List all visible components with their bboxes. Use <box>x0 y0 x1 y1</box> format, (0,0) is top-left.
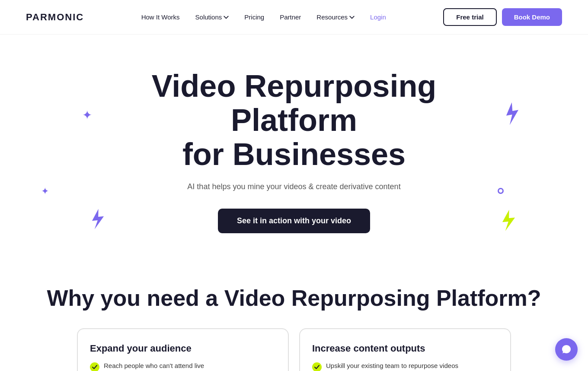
hero-title: Video Repurposing Platform for Businesse… <box>99 69 489 172</box>
nav-item-partner[interactable]: Partner <box>280 13 301 21</box>
lightning-decoration-bottom-left <box>90 207 107 234</box>
chat-widget-button[interactable] <box>555 338 578 361</box>
free-trial-button[interactable]: Free trial <box>443 8 496 26</box>
nav-item-login[interactable]: Login <box>370 13 386 21</box>
chevron-down-icon <box>224 15 229 20</box>
nav-actions: Free trial Book Demo <box>443 8 562 26</box>
hero-section: ✦ ✦ Video Repurposing Platform for Busin… <box>0 35 588 259</box>
lightning-decoration-top-right <box>502 100 524 130</box>
why-section: Why you need a Video Repurposing Platfor… <box>0 259 588 371</box>
card-title-increase: Increase content outputs <box>312 343 498 354</box>
nav-item-how-it-works[interactable]: How It Works <box>141 13 180 21</box>
book-demo-button[interactable]: Book Demo <box>502 8 562 26</box>
cards-container: Expand your audience Reach people who ca… <box>26 328 562 371</box>
hero-cta-button[interactable]: See it in action with your video <box>218 209 370 233</box>
chevron-down-icon-resources <box>349 15 355 20</box>
card-expand-audience: Expand your audience Reach people who ca… <box>77 328 289 371</box>
star-decoration-top-left: ✦ <box>82 108 92 122</box>
card-item-expand-1: Reach people who can't attend live <box>90 362 276 371</box>
checkmark-icon-expand-1 <box>90 362 99 371</box>
hero-subtitle: AI that helps you mine your videos & cre… <box>26 182 562 191</box>
checkmark-icon-increase-1 <box>312 362 322 371</box>
nav-item-solutions[interactable]: Solutions <box>195 13 229 21</box>
card-item-increase-1: Upskill your existing team to repurpose … <box>312 362 498 371</box>
navbar: PARMONIC How It Works Solutions Pricing … <box>0 0 588 35</box>
logo[interactable]: PARMONIC <box>26 12 84 23</box>
card-increase-content: Increase content outputs Upskill your ex… <box>299 328 511 371</box>
lightning-decoration-bottom-right <box>500 208 518 236</box>
why-section-title: Why you need a Video Repurposing Platfor… <box>26 285 562 311</box>
card-title-expand: Expand your audience <box>90 343 276 354</box>
nav-item-resources[interactable]: Resources <box>316 13 355 21</box>
chat-icon <box>561 344 572 355</box>
nav-item-pricing[interactable]: Pricing <box>244 13 264 21</box>
